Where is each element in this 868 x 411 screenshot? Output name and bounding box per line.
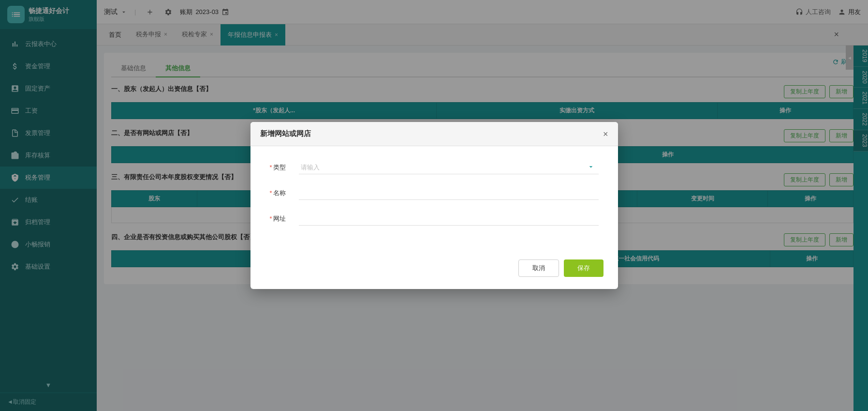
url-input-wrap xyxy=(299,212,599,226)
type-input-wrap xyxy=(299,161,599,174)
url-label: *网址 xyxy=(270,214,299,223)
name-input-wrap xyxy=(299,186,599,200)
modal-add-website: 新增网站或网店 × *类型 *名称 xyxy=(250,122,618,289)
name-input[interactable] xyxy=(299,186,599,200)
save-button[interactable]: 保存 xyxy=(564,259,603,277)
modal-header: 新增网站或网店 × xyxy=(250,122,618,146)
modal-title: 新增网站或网店 xyxy=(260,129,311,138)
name-label: *名称 xyxy=(270,189,299,198)
url-input[interactable] xyxy=(299,212,599,226)
modal-footer: 取消 保存 xyxy=(250,252,618,289)
cancel-button[interactable]: 取消 xyxy=(518,259,559,277)
modal-close-btn[interactable]: × xyxy=(603,130,608,138)
type-label: *类型 xyxy=(270,163,299,172)
form-field-url: *网址 xyxy=(270,212,599,226)
form-field-type: *类型 xyxy=(270,161,599,174)
form-field-name: *名称 xyxy=(270,186,599,200)
type-input[interactable] xyxy=(299,161,599,174)
modal-body: *类型 *名称 xyxy=(250,146,618,252)
modal-overlay: 新增网站或网店 × *类型 *名称 xyxy=(0,0,868,411)
